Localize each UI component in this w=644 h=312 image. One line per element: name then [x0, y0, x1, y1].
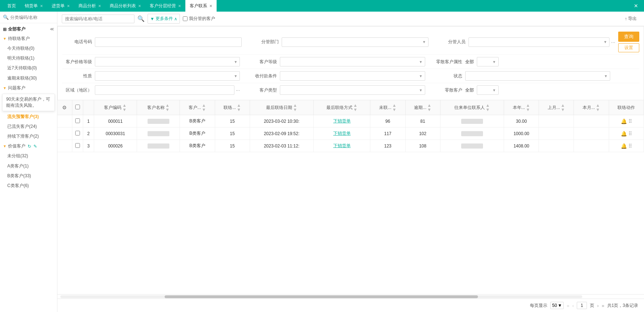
row-last-way[interactable]: 下销货单 — [314, 115, 370, 127]
sort-tmonth-icon[interactable]: ▲▼ — [596, 103, 600, 112]
page-size-select[interactable]: 50 ▼ — [550, 302, 564, 309]
sort-unit-icon[interactable]: ▲▼ — [486, 103, 490, 112]
row-last-way[interactable]: 下销货单 — [314, 140, 370, 152]
sidebar-item-7days[interactable]: 近7天待联络(0) — [0, 63, 57, 73]
query-button[interactable]: 查询 — [618, 32, 639, 42]
sidebar-group-value[interactable]: ▼ 价值客户 ↻ ✎ — [0, 141, 57, 151]
th-type[interactable]: 客户...▲▼ — [180, 100, 215, 115]
close-customer-tier-icon[interactable]: ✕ — [178, 4, 181, 8]
close-customer-contact-icon[interactable]: ✕ — [209, 4, 212, 8]
sort-date-icon[interactable]: ▲▼ — [293, 103, 297, 112]
th-code[interactable]: 客户编码▲▼ — [94, 100, 137, 115]
sidebar-item-churned[interactable]: 已流失客户(24) — [0, 122, 57, 131]
customer-type-select[interactable]: ▼ — [280, 85, 425, 95]
row-checkbox[interactable] — [75, 131, 80, 135]
sidebar-all-customers-header[interactable]: ⊞ 全部客户 ≪ — [0, 23, 57, 34]
scrollbar-thumb[interactable] — [165, 295, 478, 298]
th-last-month[interactable]: 上月...▲▼ — [539, 100, 574, 115]
sidebar-group-pending[interactable]: ▼ 待联络客户 — [0, 34, 57, 44]
nav-customer-contact[interactable]: 客户联系 ✕ — [185, 0, 217, 12]
row-last-way[interactable]: 下销货单 — [314, 127, 370, 140]
nature-select[interactable]: ▼ — [95, 71, 240, 81]
th-uncontacted[interactable]: 未联...▲▼ — [370, 100, 405, 115]
last-page-button[interactable]: » — [601, 303, 604, 308]
nav-purchase[interactable]: 进货单 ✕ — [47, 0, 74, 12]
th-this-year[interactable]: 本年...▲▼ — [504, 100, 539, 115]
sort-name-icon[interactable]: ▲▼ — [165, 103, 170, 112]
row-checkbox[interactable] — [75, 143, 80, 148]
sidebar-item-overdue[interactable]: 逾期未联络(30) — [0, 73, 57, 83]
price-level-select[interactable]: ▼ — [95, 57, 240, 66]
phone-input[interactable] — [95, 37, 242, 47]
sidebar-item-a-class[interactable]: A类客户(1) — [0, 161, 57, 171]
next-page-button[interactable]: › — [597, 303, 599, 308]
my-customers-checkbox-label[interactable]: 我分管的客户 — [183, 16, 215, 22]
row-checkbox[interactable] — [75, 118, 80, 123]
sidebar-item-b-class[interactable]: B类客户(33) — [0, 171, 57, 181]
horizontal-scrollbar[interactable] — [57, 294, 644, 299]
search-input[interactable] — [62, 15, 134, 23]
sort-year-icon[interactable]: ▲▼ — [526, 103, 530, 112]
th-unit-contact[interactable]: 往来单位联系人▲▼ — [440, 100, 504, 115]
first-page-button[interactable]: « — [567, 303, 569, 308]
last-way-link[interactable]: 下销货单 — [333, 118, 351, 123]
close-all-button[interactable]: ✕ — [631, 3, 641, 9]
th-checkbox[interactable] — [72, 100, 83, 115]
row-checkbox-cell[interactable] — [72, 115, 83, 127]
sidebar-item-churn-warning[interactable]: 流失预警客户(3) — [0, 112, 57, 122]
close-analysis-icon[interactable]: ✕ — [98, 4, 101, 8]
status-select[interactable]: ▼ — [465, 71, 610, 81]
th-overdue[interactable]: 逾期...▲▼ — [405, 100, 440, 115]
customer-level-select[interactable]: ▼ — [280, 57, 425, 66]
last-way-link[interactable]: 下销货单 — [333, 131, 351, 136]
th-this-month[interactable]: 本月...▲▼ — [574, 100, 609, 115]
prev-page-button[interactable]: ‹ — [572, 303, 574, 308]
sidebar-item-declining[interactable]: 持续下滑客户(2) — [0, 131, 57, 141]
th-last-date[interactable]: 最后联络日期▲▼ — [250, 100, 313, 115]
search-button[interactable]: 🔍 — [137, 15, 145, 22]
th-name[interactable]: 客户名称▲▼ — [137, 100, 180, 115]
manager-select[interactable]: ▼ — [468, 37, 609, 47]
edit-icon[interactable]: ✎ — [33, 144, 37, 149]
nav-sales[interactable]: 销货单 ✕ — [20, 0, 47, 12]
sort-overdue-icon[interactable]: ▲▼ — [427, 103, 431, 112]
collapse-icon[interactable]: ≪ — [50, 27, 54, 32]
th-last-way[interactable]: 最后联络方式▲▼ — [314, 100, 370, 115]
sidebar-item-today[interactable]: 今天待联络(0) — [0, 44, 57, 53]
payment-select[interactable]: ▼ — [280, 71, 425, 81]
action-contact-icon[interactable]: 🔔 — [621, 131, 627, 137]
sort-contacts-icon[interactable]: ▲▼ — [237, 103, 241, 112]
sidebar-search-input[interactable] — [10, 15, 57, 20]
close-sales-icon[interactable]: ✕ — [40, 4, 43, 8]
region-more-icon[interactable]: ··· — [236, 87, 240, 93]
action-more-icon[interactable]: ⠿ — [628, 143, 632, 149]
sidebar-group-problem[interactable]: ▼ 问题客户 — [0, 83, 57, 93]
nav-analysis[interactable]: 商品分析 ✕ — [74, 0, 105, 12]
my-customers-checkbox[interactable] — [183, 16, 188, 21]
nav-home[interactable]: 首页 — [3, 0, 20, 12]
manager-more-icon[interactable]: ··· — [611, 39, 615, 45]
th-contacts[interactable]: 联络...▲▼ — [215, 100, 250, 115]
row-checkbox-cell[interactable] — [72, 127, 83, 140]
retail-attr-select[interactable]: ▼ — [477, 57, 499, 66]
sidebar-item-ungrouped[interactable]: 未分组(32) — [0, 151, 57, 161]
nav-customer-tier[interactable]: 客户分层经营 ✕ — [145, 0, 185, 12]
sort-uncontacted-icon[interactable]: ▲▼ — [392, 103, 397, 112]
gear-icon[interactable]: ⚙ — [62, 105, 67, 110]
current-page-input[interactable]: 1 — [577, 302, 587, 309]
refresh-icon[interactable]: ↻ — [28, 144, 31, 149]
region-input[interactable] — [95, 85, 234, 95]
action-more-icon[interactable]: ⠿ — [628, 118, 632, 124]
close-analysis-list-icon[interactable]: ✕ — [138, 4, 141, 8]
sort-code-icon[interactable]: ▲▼ — [122, 103, 126, 112]
close-purchase-icon[interactable]: ✕ — [67, 4, 70, 8]
retail-select[interactable]: ▼ — [477, 85, 499, 95]
sidebar-item-tomorrow[interactable]: 明天待联络(1) — [0, 53, 57, 63]
more-conditions-button[interactable]: ▼ 更多条件 ∧ — [148, 14, 180, 24]
sort-way-icon[interactable]: ▲▼ — [353, 103, 358, 112]
action-more-icon[interactable]: ⠿ — [628, 131, 632, 137]
nav-analysis-list[interactable]: 商品分析列表 ✕ — [105, 0, 145, 12]
export-button[interactable]: ↑ 导出 — [622, 14, 640, 23]
action-contact-icon[interactable]: 🔔 — [621, 143, 627, 149]
sort-lmonth-icon[interactable]: ▲▼ — [561, 103, 565, 112]
